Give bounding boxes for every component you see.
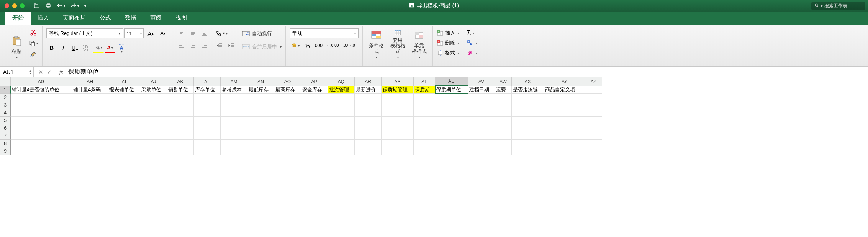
cell-AM8[interactable] <box>221 140 247 147</box>
cell-AH8[interactable] <box>72 140 108 147</box>
cell-AQ8[interactable] <box>328 140 355 147</box>
cell-AH6[interactable] <box>72 124 108 132</box>
cell-AZ5[interactable] <box>585 117 602 124</box>
cell-AW1[interactable]: 运费 <box>495 86 512 94</box>
cell-AQ5[interactable] <box>328 117 355 124</box>
cell-AS1[interactable]: 保质期管理 <box>382 86 414 94</box>
cell-AO6[interactable] <box>274 124 301 132</box>
cell-AJ9[interactable] <box>140 147 167 155</box>
cell-AH2[interactable] <box>72 94 108 101</box>
cell-AO1[interactable]: 最高库存 <box>274 86 301 94</box>
cell-AO5[interactable] <box>274 117 301 124</box>
decrease-font-button[interactable]: A▾ <box>157 28 168 38</box>
col-header-AY[interactable]: AY <box>544 77 585 86</box>
cell-AJ3[interactable] <box>140 101 167 109</box>
wrap-text-button[interactable]: 自动换行 <box>242 28 282 39</box>
cell-AT5[interactable] <box>414 117 435 124</box>
cell-AQ1[interactable]: 批次管理 <box>328 86 355 94</box>
cell-AR5[interactable] <box>355 117 382 124</box>
cell-AX5[interactable] <box>512 117 544 124</box>
format-painter-button[interactable] <box>28 50 38 58</box>
cell-AQ7[interactable] <box>328 132 355 140</box>
undo-icon[interactable]: ▾ <box>57 3 65 9</box>
cell-AL4[interactable] <box>194 109 221 117</box>
cancel-formula-button[interactable]: ✕ <box>38 69 43 76</box>
col-header-AS[interactable]: AS <box>382 77 414 86</box>
cell-AU9[interactable] <box>435 147 468 155</box>
cell-AY3[interactable] <box>544 101 585 109</box>
cell-AP5[interactable] <box>301 117 328 124</box>
row-header-9[interactable]: 9 <box>0 147 11 155</box>
cell-AV6[interactable] <box>468 124 495 132</box>
cell-AQ9[interactable] <box>328 147 355 155</box>
cell-AN9[interactable] <box>247 147 274 155</box>
cell-AP9[interactable] <box>301 147 328 155</box>
format-as-table-button[interactable]: 套用 表格格式 ▾ <box>388 27 407 61</box>
cell-AW8[interactable] <box>495 140 512 147</box>
italic-button[interactable]: I <box>58 43 69 53</box>
col-header-AQ[interactable]: AQ <box>328 77 355 86</box>
percent-button[interactable]: % <box>302 41 313 51</box>
cell-AY8[interactable] <box>544 140 585 147</box>
cell-AV9[interactable] <box>468 147 495 155</box>
cell-AP7[interactable] <box>301 132 328 140</box>
cell-AO7[interactable] <box>274 132 301 140</box>
cell-AH1[interactable]: 辅计量4条码 <box>72 86 108 94</box>
cell-AX8[interactable] <box>512 140 544 147</box>
row-header-5[interactable]: 5 <box>0 117 11 124</box>
phonetic-button[interactable]: abcA▾ <box>116 43 127 53</box>
cell-AM9[interactable] <box>221 147 247 155</box>
cell-AL3[interactable] <box>194 101 221 109</box>
cell-AS3[interactable] <box>382 101 414 109</box>
cell-AL6[interactable] <box>194 124 221 132</box>
formula-input[interactable]: 保质期单位 <box>65 67 868 77</box>
col-header-AH[interactable]: AH <box>72 77 108 86</box>
cell-AU4[interactable] <box>435 109 468 117</box>
comma-button[interactable]: 000 <box>313 41 324 51</box>
cell-AM4[interactable] <box>221 109 247 117</box>
cell-AK6[interactable] <box>167 124 194 132</box>
cell-AZ6[interactable] <box>585 124 602 132</box>
cell-AI6[interactable] <box>108 124 140 132</box>
cell-AO3[interactable] <box>274 101 301 109</box>
increase-font-button[interactable]: A▴ <box>145 28 156 38</box>
cell-AH4[interactable] <box>72 109 108 117</box>
col-header-AP[interactable]: AP <box>301 77 328 86</box>
row-header-3[interactable]: 3 <box>0 101 11 109</box>
cell-AI7[interactable] <box>108 132 140 140</box>
border-button[interactable]: ▾ <box>81 43 92 53</box>
cell-AP4[interactable] <box>301 109 328 117</box>
cell-AN6[interactable] <box>247 124 274 132</box>
cell-AY6[interactable] <box>544 124 585 132</box>
row-header-2[interactable]: 2 <box>0 94 11 101</box>
cell-AG8[interactable] <box>11 140 72 147</box>
col-header-AR[interactable]: AR <box>355 77 382 86</box>
cell-AO8[interactable] <box>274 140 301 147</box>
cell-AN7[interactable] <box>247 132 274 140</box>
col-header-AZ[interactable]: AZ <box>585 77 602 86</box>
cell-AT7[interactable] <box>414 132 435 140</box>
cell-styles-button[interactable]: 单元 格样式 ▾ <box>409 27 429 61</box>
cell-AR8[interactable] <box>355 140 382 147</box>
bold-button[interactable]: B <box>46 43 57 53</box>
cell-AG1[interactable]: 辅计量4是否包装单位 <box>11 86 72 94</box>
cell-AL2[interactable] <box>194 94 221 101</box>
cell-AU3[interactable] <box>435 101 468 109</box>
cell-AT3[interactable] <box>414 101 435 109</box>
cell-AR3[interactable] <box>355 101 382 109</box>
cell-AQ6[interactable] <box>328 124 355 132</box>
zoom-window-button[interactable] <box>20 3 25 8</box>
cell-AU8[interactable] <box>435 140 468 147</box>
number-format-select[interactable]: 常规▾ <box>290 28 359 38</box>
cell-AS2[interactable] <box>382 94 414 101</box>
cell-AP2[interactable] <box>301 94 328 101</box>
cell-AL9[interactable] <box>194 147 221 155</box>
cell-AR4[interactable] <box>355 109 382 117</box>
cell-AI8[interactable] <box>108 140 140 147</box>
row-header-1[interactable]: 1 <box>0 86 11 94</box>
cell-AR1[interactable]: 最新进价 <box>355 86 382 94</box>
cell-AR9[interactable] <box>355 147 382 155</box>
cell-AN1[interactable]: 最低库存 <box>247 86 274 94</box>
col-header-AL[interactable]: AL <box>194 77 221 86</box>
cell-AZ3[interactable] <box>585 101 602 109</box>
